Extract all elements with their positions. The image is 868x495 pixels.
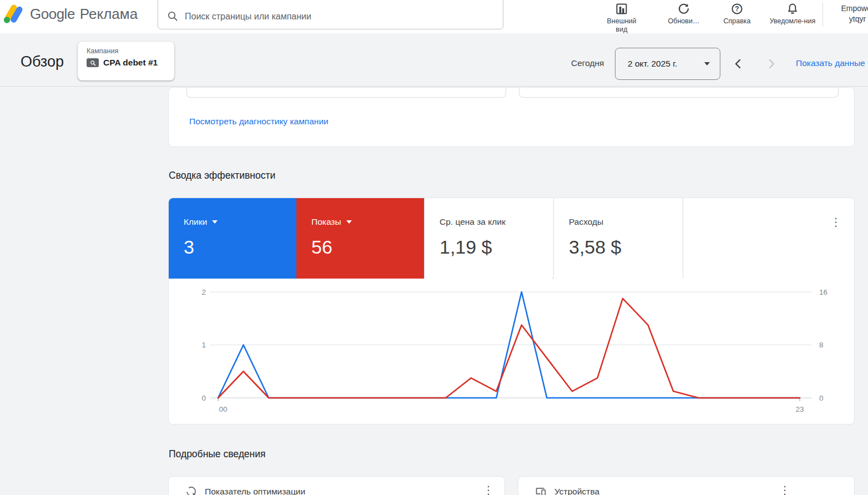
brand-product: Реклама bbox=[80, 6, 138, 23]
date-preset-label: Сегодня bbox=[571, 58, 604, 68]
brand: Google Реклама bbox=[2, 3, 138, 25]
metric-value: 3,58 $ bbox=[569, 236, 683, 258]
details-section-title: Подробные сведения bbox=[169, 448, 266, 460]
metric-tile-clicks[interactable]: Клики 3 bbox=[169, 198, 296, 279]
metric-label: Расходы bbox=[569, 217, 603, 227]
metric-value: 3 bbox=[184, 236, 296, 258]
devices-icon bbox=[535, 486, 547, 495]
previous-period-button[interactable] bbox=[733, 58, 744, 70]
optimization-score-card: Показатель оптимизации ⋮ bbox=[168, 476, 505, 495]
svg-text:?: ? bbox=[735, 5, 739, 13]
metric-value: 56 bbox=[311, 236, 424, 258]
svg-text:00: 00 bbox=[219, 405, 227, 413]
svg-text:2: 2 bbox=[201, 288, 206, 296]
date-range-value: 2 окт. 2025 г. bbox=[628, 59, 677, 69]
scrolled-card-bottom bbox=[519, 87, 839, 98]
header-divider bbox=[822, 2, 823, 27]
metric-value: 1,19 $ bbox=[440, 236, 552, 258]
performance-chart: 01208160023 bbox=[169, 279, 855, 424]
chevron-left-icon bbox=[733, 58, 744, 70]
global-search[interactable] bbox=[158, 0, 503, 29]
help-button[interactable]: ? Справка bbox=[717, 1, 757, 26]
campaign-search-badge bbox=[87, 58, 99, 67]
page-toolbar: Обзор Кампания CPA debet #1 Сегодня 2 ок… bbox=[0, 33, 868, 87]
chevron-down-icon bbox=[346, 220, 352, 224]
notifications-label: Уведомле-ния bbox=[769, 17, 816, 26]
performance-card-menu-button[interactable]: ⋮ bbox=[830, 216, 841, 228]
brand-google: Google bbox=[30, 6, 75, 23]
svg-text:8: 8 bbox=[819, 341, 824, 349]
app-header: Google Реклама Внешний вид Обнови… bbox=[0, 0, 868, 33]
metric-tile-impressions[interactable]: Показы 56 bbox=[296, 198, 424, 279]
appearance-label: Внешний вид bbox=[603, 17, 640, 34]
bell-icon bbox=[769, 1, 816, 16]
campaign-chip-label: Кампания bbox=[87, 47, 165, 55]
diagnostics-card: Посмотреть диагностику кампании bbox=[168, 87, 855, 147]
account-id: ytqyr bbox=[832, 14, 868, 24]
metric-label: Ср. цена за клик bbox=[440, 217, 506, 227]
metric-tile-avg-cpc[interactable]: Ср. цена за клик 1,19 $ bbox=[424, 198, 552, 279]
refresh-button[interactable]: Обнови… bbox=[664, 1, 704, 26]
help-icon: ? bbox=[717, 1, 757, 16]
chevron-down-icon bbox=[704, 62, 710, 65]
metric-label: Клики bbox=[184, 217, 207, 227]
svg-text:1: 1 bbox=[201, 341, 206, 349]
account-info[interactable]: Empower ytqyr bbox=[832, 3, 868, 24]
metric-label: Показы bbox=[311, 217, 341, 227]
card-title: Показатель оптимизации bbox=[205, 487, 305, 495]
campaign-name: CPA debet #1 bbox=[103, 58, 158, 68]
account-name: Empower bbox=[832, 3, 868, 14]
svg-text:23: 23 bbox=[795, 405, 804, 413]
performance-section-title: Сводка эффективности bbox=[169, 170, 275, 181]
devices-card-menu-button[interactable]: ⋮ bbox=[779, 484, 790, 495]
campaign-scope-chip[interactable]: Кампания CPA debet #1 bbox=[78, 42, 174, 80]
svg-text:16: 16 bbox=[819, 288, 827, 296]
refresh-icon bbox=[664, 1, 704, 16]
appearance-button[interactable]: Внешний вид bbox=[603, 1, 640, 34]
date-range-picker[interactable]: 2 окт. 2025 г. bbox=[615, 48, 720, 80]
optimization-card-menu-button[interactable]: ⋮ bbox=[483, 484, 494, 495]
chevron-down-icon bbox=[212, 220, 218, 224]
svg-text:0: 0 bbox=[819, 394, 824, 402]
next-period-button[interactable] bbox=[766, 58, 777, 70]
search-icon bbox=[167, 11, 178, 22]
google-ads-logo bbox=[2, 3, 24, 25]
metric-tile-cost[interactable]: Расходы 3,58 $ bbox=[553, 198, 683, 279]
performance-card: Клики 3 Показы 56 Ср. цена за клик 1,19 … bbox=[168, 198, 855, 425]
line-chart: 01208160023 bbox=[169, 279, 855, 424]
page-title: Обзор bbox=[21, 53, 64, 70]
card-title: Устройства bbox=[554, 487, 599, 495]
svg-text:0: 0 bbox=[201, 394, 206, 402]
search-input[interactable] bbox=[185, 12, 495, 22]
devices-card: Устройства ⋮ bbox=[518, 476, 855, 495]
show-data-link[interactable]: Показать данные bbox=[796, 58, 865, 68]
search-icon bbox=[90, 60, 96, 66]
refresh-label: Обнови… bbox=[664, 17, 704, 26]
scrolled-card-bottom bbox=[186, 87, 506, 98]
campaign-diagnostics-link[interactable]: Посмотреть диагностику кампании bbox=[189, 117, 329, 127]
help-label: Справка bbox=[717, 17, 757, 26]
notifications-button[interactable]: Уведомле-ния bbox=[769, 1, 816, 26]
chevron-right-icon bbox=[766, 58, 777, 70]
optimization-score-icon bbox=[185, 486, 197, 495]
chart-columns-icon bbox=[603, 1, 640, 16]
